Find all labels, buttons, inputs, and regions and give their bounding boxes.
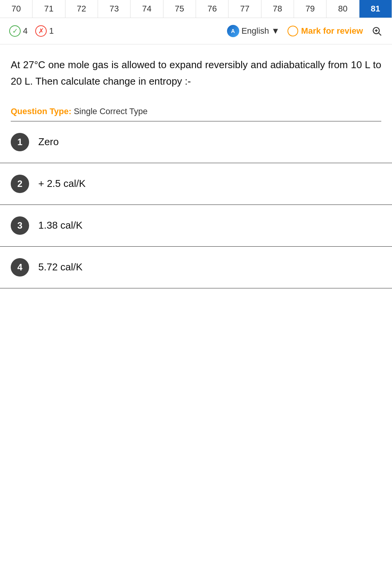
action-bar: ✓ 4 ✗ 1 A English ▼ Mark for review [0, 18, 392, 44]
correct-count: 4 [23, 26, 28, 36]
dropdown-arrow-icon: ▼ [271, 26, 280, 36]
option-3[interactable]: 3 1.38 cal/K [0, 205, 392, 247]
option-1[interactable]: 1 Zero [0, 121, 392, 163]
tab-75[interactable]: 75 [163, 0, 196, 18]
question-type-value: Single Correct Type [74, 106, 148, 116]
wrong-score: ✗ 1 [35, 25, 54, 37]
question-text: At 27°C one mole gas is allowed to expan… [11, 57, 381, 90]
option-4[interactable]: 4 5.72 cal/K [0, 247, 392, 288]
option-text-3: 1.38 cal/K [38, 219, 83, 231]
zoom-icon [371, 26, 382, 36]
review-circle-icon [287, 26, 298, 36]
question-tabs: 70 71 72 73 74 75 76 77 78 79 80 81 [0, 0, 392, 18]
option-number-2: 2 [11, 175, 29, 193]
zoom-button[interactable] [371, 25, 383, 37]
correct-score: ✓ 4 [9, 25, 28, 37]
tab-70[interactable]: 70 [0, 0, 33, 18]
option-number-1: 1 [11, 133, 29, 151]
tab-72[interactable]: 72 [65, 0, 98, 18]
wrong-count: 1 [49, 26, 54, 36]
mark-for-review-button[interactable]: Mark for review [287, 26, 363, 36]
option-number-3: 3 [11, 216, 29, 235]
check-icon: ✓ [9, 25, 21, 37]
x-icon: ✗ [35, 25, 47, 37]
tab-81[interactable]: 81 [359, 0, 392, 18]
tab-74[interactable]: 74 [131, 0, 163, 18]
option-number-4: 4 [11, 258, 29, 277]
language-label: English [242, 26, 269, 36]
tab-80[interactable]: 80 [327, 0, 359, 18]
option-text-2: + 2.5 cal/K [38, 178, 86, 190]
question-type-label: Question Type: [11, 106, 72, 116]
tab-71[interactable]: 71 [33, 0, 65, 18]
language-button[interactable]: A English ▼ [227, 25, 280, 37]
tab-78[interactable]: 78 [261, 0, 294, 18]
tab-73[interactable]: 73 [98, 0, 131, 18]
option-text-4: 5.72 cal/K [38, 261, 83, 273]
tab-77[interactable]: 77 [229, 0, 261, 18]
question-type-section: Question Type: Single Correct Type [0, 97, 392, 121]
svg-line-1 [379, 33, 381, 35]
option-2[interactable]: 2 + 2.5 cal/K [0, 163, 392, 205]
tab-79[interactable]: 79 [294, 0, 327, 18]
tab-76[interactable]: 76 [196, 0, 229, 18]
option-text-1: Zero [38, 136, 59, 148]
question-content: At 27°C one mole gas is allowed to expan… [0, 44, 392, 97]
translate-icon: A [227, 25, 239, 37]
mark-review-label: Mark for review [301, 26, 363, 36]
score-section: ✓ 4 ✗ 1 [9, 25, 54, 37]
options-list: 1 Zero 2 + 2.5 cal/K 3 1.38 cal/K 4 5.72… [0, 121, 392, 288]
